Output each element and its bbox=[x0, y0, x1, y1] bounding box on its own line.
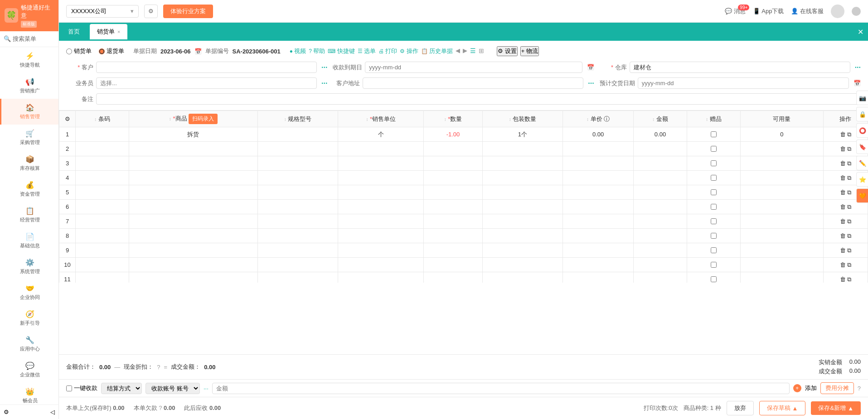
operation-link[interactable]: ⚙ 操作 bbox=[400, 47, 418, 55]
add-payment-label: 添加 bbox=[805, 384, 817, 392]
sidebar-item-operations[interactable]: 📋 经营管理 bbox=[0, 202, 58, 228]
due-date-input[interactable] bbox=[365, 62, 582, 73]
discount-help-icon[interactable]: ? bbox=[157, 364, 160, 371]
message-button[interactable]: 💬 消息 99+ bbox=[725, 7, 746, 15]
due-date-calendar-icon[interactable]: 📅 bbox=[587, 64, 594, 71]
sidebar-item-finance[interactable]: 💰 资金管理 bbox=[0, 176, 58, 202]
shortcut-link[interactable]: ⌨ 快捷键 bbox=[328, 47, 354, 55]
abandon-button[interactable]: 放弃 bbox=[727, 401, 754, 415]
sidebar-item-sales[interactable]: 🏠 销售管理 bbox=[0, 99, 58, 125]
settings-button[interactable]: ⚙ bbox=[144, 5, 158, 18]
salesman-input[interactable] bbox=[96, 77, 317, 89]
sidebar-item-inventory[interactable]: 📦 库存核算 bbox=[0, 150, 58, 176]
grid-view-icon[interactable]: ⊞ bbox=[479, 47, 484, 55]
trial-button[interactable]: 体验行业方案 bbox=[163, 5, 213, 18]
company-select[interactable]: XXXXXX公司 ▾ bbox=[66, 5, 139, 18]
right-tool-orange[interactable]: 🧡 bbox=[856, 188, 868, 203]
th-settings[interactable]: ⚙ bbox=[59, 111, 76, 127]
sidebar-settings-icon[interactable]: ⚙ bbox=[4, 409, 9, 415]
save-new-button[interactable]: 保存&新增 ▲ bbox=[811, 401, 861, 415]
split-help-icon[interactable]: ? bbox=[858, 385, 861, 392]
remark-input[interactable] bbox=[96, 93, 861, 105]
sidebar-item-wechat[interactable]: 💬 企业微信 bbox=[0, 357, 58, 383]
tab-home[interactable]: 首页 bbox=[59, 23, 89, 40]
td-barcode-1[interactable] bbox=[76, 127, 129, 142]
tab-sales-order[interactable]: 销货单 × bbox=[90, 24, 127, 39]
select-link[interactable]: ☰ 选单 bbox=[358, 47, 376, 55]
search-menu[interactable]: 🔍 搜索菜单 bbox=[0, 31, 58, 47]
warehouse-input[interactable] bbox=[630, 62, 850, 73]
short-help-icon[interactable]: ? bbox=[159, 405, 162, 411]
sidebar-item-quick-nav[interactable]: ⚡ 快捷导航 bbox=[0, 47, 58, 73]
footer-info: 本单上欠(保存时) 0.00 本单欠款 ? 0.00 此后应收 0.00 bbox=[66, 404, 221, 412]
td-amount-1[interactable]: 0.00 bbox=[634, 127, 687, 142]
service-button[interactable]: 👤 在线客服 bbox=[791, 7, 824, 15]
save-draft-button[interactable]: 保存草稿 ▲ bbox=[759, 401, 806, 415]
warehouse-expand-icon[interactable]: ··· bbox=[855, 63, 861, 72]
expected-date-calendar-icon[interactable]: 📅 bbox=[853, 80, 861, 87]
delete-row-icon[interactable]: 🗑 bbox=[840, 131, 846, 138]
right-tool-star[interactable]: ⭐ bbox=[856, 172, 868, 187]
td-unit-1[interactable]: 个 bbox=[338, 127, 424, 142]
tab-close-all[interactable]: ✕ bbox=[858, 28, 868, 36]
sidebar-item-member[interactable]: 👑 畅会员 bbox=[0, 383, 58, 405]
sidebar-item-purchase[interactable]: 🛒 采购管理 bbox=[0, 125, 58, 150]
logistics-button[interactable]: + 物流 bbox=[520, 46, 539, 56]
sidebar-item-basic-info[interactable]: 📄 基础信息 bbox=[0, 228, 58, 254]
nav-prev-icon[interactable]: ◀ bbox=[456, 47, 460, 55]
list-view-icon[interactable]: ☰ bbox=[470, 47, 476, 55]
expected-date-input[interactable] bbox=[638, 77, 849, 89]
final-value: 0.00 bbox=[849, 367, 861, 376]
sidebar-collapse-icon[interactable]: ◁ bbox=[50, 409, 55, 415]
sidebar-item-system[interactable]: ⚙️ 系统管理 bbox=[0, 254, 58, 279]
sidebar-item-enterprise[interactable]: 🤝 企业协同 bbox=[0, 279, 58, 305]
nav-next-icon[interactable]: ▶ bbox=[463, 47, 467, 55]
settings-form-button[interactable]: ⚙ 设置 bbox=[497, 46, 518, 56]
split-payment-button[interactable]: 费用分摊 bbox=[820, 382, 854, 394]
customer-expand-icon[interactable]: ··· bbox=[321, 63, 327, 72]
td-spec-1[interactable] bbox=[257, 127, 338, 142]
td-price-1[interactable]: 0.00 bbox=[563, 127, 634, 142]
product-count[interactable]: 商品种类: 1 种 bbox=[684, 404, 721, 412]
td-pkg-qty-1[interactable]: 1个 bbox=[482, 127, 563, 142]
scan-btn[interactable]: 扫码录入 bbox=[189, 114, 218, 124]
print-link[interactable]: 🖨 打印 bbox=[378, 47, 397, 55]
add-payment-button[interactable]: + bbox=[793, 384, 801, 392]
history-link[interactable]: 📋 历史单据 bbox=[421, 47, 453, 55]
video-link[interactable]: ● 视频 bbox=[290, 47, 306, 55]
expected-date-field: 预计交货日期 📅 bbox=[600, 77, 861, 89]
sidebar-item-guide[interactable]: 🧭 新手引导 bbox=[0, 305, 58, 331]
close-tab-icon[interactable]: × bbox=[117, 29, 120, 34]
radio-sales-order[interactable]: 销货单 bbox=[66, 47, 92, 55]
salesman-label: 业务员 bbox=[66, 79, 93, 87]
right-tool-camera[interactable]: 📷 bbox=[856, 91, 868, 105]
calendar-icon[interactable]: 📅 bbox=[194, 48, 202, 55]
td-gift-1[interactable] bbox=[687, 127, 740, 142]
footer-right: 打印次数:0次 商品种类: 1 种 放弃 保存草稿 ▲ 保存&新增 ▲ bbox=[644, 401, 861, 415]
one-click-checkbox[interactable] bbox=[66, 385, 72, 391]
right-tool-edit[interactable]: ✏️ bbox=[856, 156, 868, 170]
payment-amount-input[interactable] bbox=[212, 383, 790, 394]
sidebar-item-app-center[interactable]: 🔧 应用中心 bbox=[0, 331, 58, 357]
right-tool-lock[interactable]: 🔒 bbox=[856, 107, 868, 121]
radio-return-order[interactable]: 退货单 bbox=[99, 47, 124, 55]
customer-addr-expand-icon[interactable]: ··· bbox=[588, 79, 594, 87]
app-download-button[interactable]: 📱 App下载 bbox=[753, 7, 784, 15]
customer-addr-input[interactable] bbox=[363, 77, 583, 89]
form-top-row: 销货单 退货单 单据日期 2023-06-06 📅 单据编号 SA-202306… bbox=[66, 46, 861, 56]
message-badge: 99+ bbox=[738, 5, 749, 10]
ellipsis-icon[interactable]: ··· bbox=[204, 385, 209, 392]
customer-input[interactable] bbox=[96, 62, 317, 73]
right-tool-circle[interactable]: ⭕ bbox=[856, 123, 868, 138]
sidebar-item-marketing[interactable]: 📢 营销推广 bbox=[0, 73, 58, 99]
salesman-expand-icon[interactable]: ··· bbox=[321, 79, 327, 87]
user-avatar[interactable] bbox=[831, 5, 844, 18]
one-click-payment: 一键收款 bbox=[66, 384, 97, 392]
copy-row-icon[interactable]: ⧉ bbox=[847, 131, 851, 138]
right-tool-bookmark[interactable]: 🔖 bbox=[856, 140, 868, 154]
payment-method-select[interactable]: 结算方式 bbox=[101, 383, 142, 394]
payment-account-select[interactable]: 收款账号 账号 bbox=[145, 383, 200, 394]
td-product-1[interactable]: 拆货 bbox=[129, 127, 257, 142]
help-link[interactable]: ? 帮助 bbox=[309, 47, 325, 55]
td-quantity-1[interactable]: -1.00 bbox=[424, 127, 483, 142]
